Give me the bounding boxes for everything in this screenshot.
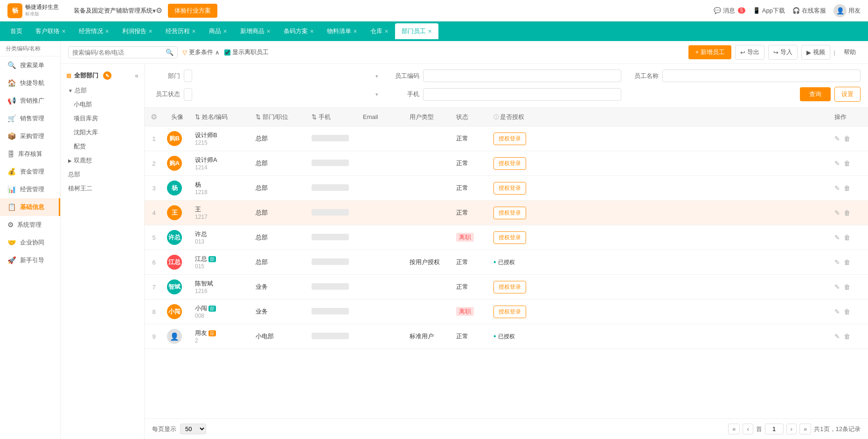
tab-close-icon[interactable]: ✕ [266,28,271,35]
dept-group-title-shuanglu[interactable]: ▶ 双鹿想 [61,153,144,167]
column-settings-icon[interactable]: ⚙ [151,113,157,121]
dept-group-title-planting[interactable]: 植树王二 [61,181,144,195]
tab-barcode[interactable]: 条码方案 ✕ [277,23,320,39]
empstatus-select[interactable] [184,88,192,101]
tab-add-goods[interactable]: 新增商品 ✕ [234,23,277,39]
edit-icon[interactable]: ✎ [834,135,840,142]
dept-edit-icon[interactable]: ✎ [103,71,111,80]
search-submit-icon[interactable]: 🔍 [166,49,174,56]
authorize-btn[interactable]: 授权登录 [493,306,526,318]
col-name[interactable]: ⇅ 姓名/编码 [191,108,252,126]
user-menu-btn[interactable]: 👤 用友 [833,4,861,17]
authorize-btn[interactable]: 授权登录 [493,207,526,219]
authorize-btn[interactable]: 授权登录 [493,132,526,145]
empcode-input[interactable] [423,70,621,82]
edit-icon[interactable]: ✎ [834,333,840,340]
import-btn[interactable]: ↪ 导入 [768,45,798,60]
tab-close-icon[interactable]: ✕ [353,28,357,35]
col-phone[interactable]: ⇅ 手机 [308,108,359,126]
help-btn[interactable]: 帮助 [839,45,861,59]
edit-icon[interactable]: ✎ [834,234,840,241]
app-download-btn[interactable]: 📱 App下载 [753,7,785,15]
delete-icon[interactable]: 🗑 [844,209,850,216]
delete-icon[interactable]: 🗑 [844,135,850,142]
page-number-input[interactable] [765,424,784,434]
sidebar-item-system[interactable]: ⚙ 系统管理 [0,216,60,234]
set-btn[interactable]: 设置 [834,87,861,102]
more-filter-btn[interactable]: ▽ 更多条件 ∧ [182,48,220,56]
first-page-btn[interactable]: « [728,424,740,434]
online-service-btn[interactable]: 🎧 在线客服 [792,7,826,15]
dept-group-title[interactable]: ▼ 总部 [61,84,144,98]
sidebar-item-operations[interactable]: 📊 经营管理 [0,181,60,198]
tab-employees[interactable]: 部门员工 ✕ [395,23,438,39]
dept-select[interactable] [184,70,192,82]
tab-goods[interactable]: 商品 ✕ [202,23,234,39]
tab-close-icon[interactable]: ✕ [310,28,314,35]
authorize-btn[interactable]: 授权登录 [493,157,526,170]
menu-search-input[interactable] [6,45,61,52]
add-employee-btn[interactable]: + 新增员工 [688,45,731,59]
tab-profit[interactable]: 利润报告 ✕ [116,23,159,39]
empname-input[interactable] [662,70,861,82]
delete-icon[interactable]: 🗑 [844,308,850,315]
sidebar-item-collab[interactable]: 🤝 企业协同 [0,234,60,251]
dept-item-project[interactable]: 项目库房 [61,111,144,125]
tab-close-icon[interactable]: ✕ [223,28,227,35]
sidebar-item-quicknav[interactable]: 🏠 快捷导航 [0,74,60,92]
phone-input[interactable] [423,88,621,101]
sidebar-item-search[interactable]: 🔍 搜索菜单 [0,56,60,74]
edit-icon[interactable]: ✎ [834,184,840,192]
col-dept[interactable]: ⇅ 部门/职位 [252,108,308,126]
authorize-btn[interactable]: 授权登录 [493,281,526,293]
delete-icon[interactable]: 🗑 [844,333,850,340]
tab-operations[interactable]: 经营情况 ✕ [72,23,116,39]
show-resigned-checkbox[interactable] [224,49,230,56]
settings-gear-btn[interactable]: ⚙ [156,6,162,15]
authorize-btn[interactable]: 授权登录 [493,182,526,195]
tab-customer[interactable]: 客户联络 ✕ [29,23,72,39]
dept-collapse-btn[interactable]: « [135,72,139,79]
tab-home[interactable]: 首页 [4,23,29,39]
next-page-btn[interactable]: › [786,424,797,434]
search-input[interactable] [72,49,166,56]
delete-icon[interactable]: 🗑 [844,160,850,167]
tab-close-icon[interactable]: ✕ [428,28,432,35]
export-btn[interactable]: ↩ 导出 [735,45,764,60]
authorize-btn[interactable]: 授权登录 [493,231,526,244]
tab-close-icon[interactable]: ✕ [148,28,153,35]
tab-close-icon[interactable]: ✕ [62,28,66,35]
view-btn[interactable]: ▶ 视频 [801,45,830,60]
dept-all-label[interactable]: 全部部门 [74,71,98,80]
tab-history[interactable]: 经营历程 ✕ [159,23,202,39]
delete-icon[interactable]: 🗑 [844,258,850,266]
delete-icon[interactable]: 🗑 [844,234,850,241]
delete-icon[interactable]: 🗑 [844,184,850,192]
edit-icon[interactable]: ✎ [834,308,840,315]
dept-group-title-head[interactable]: 总部 [61,167,144,181]
sidebar-item-finance[interactable]: 💰 资金管理 [0,163,60,181]
dept-item-distribution[interactable]: 配货 [61,139,144,153]
dept-item-xdiaob[interactable]: 小电部 [61,98,144,111]
edit-icon[interactable]: ✎ [834,209,840,216]
sidebar-item-sales[interactable]: 🛒 销售管理 [0,110,60,127]
trial-btn[interactable]: 体验行业方案 [168,4,217,18]
edit-icon[interactable]: ✎ [834,160,840,167]
sidebar-item-marketing[interactable]: 📢 营销推广 [0,92,60,110]
show-resigned-label[interactable]: 显示离职员工 [224,48,269,56]
delete-icon[interactable]: 🗑 [844,283,850,291]
system-dropdown-btn[interactable]: ▾ [153,7,156,14]
sidebar-item-basics[interactable]: 📋 基础信息 [0,198,60,216]
prev-page-btn[interactable]: ‹ [743,424,753,434]
sidebar-item-purchase[interactable]: 📦 采购管理 [0,127,60,145]
messages-btn[interactable]: 💬 消息 5 [714,7,745,15]
dept-item-shenyang[interactable]: 沈阳大库 [61,125,144,139]
tab-bom[interactable]: 物料清单 ✕ [320,23,364,39]
sidebar-item-inventory[interactable]: 🗄 库存核算 [0,145,60,163]
edit-icon[interactable]: ✎ [834,283,840,291]
edit-icon[interactable]: ✎ [834,258,840,266]
tab-warehouse[interactable]: 仓库 ✕ [364,23,395,39]
tab-close-icon[interactable]: ✕ [105,28,109,35]
per-page-select[interactable]: 50 100 [180,424,206,434]
query-btn[interactable]: 查询 [800,87,831,101]
